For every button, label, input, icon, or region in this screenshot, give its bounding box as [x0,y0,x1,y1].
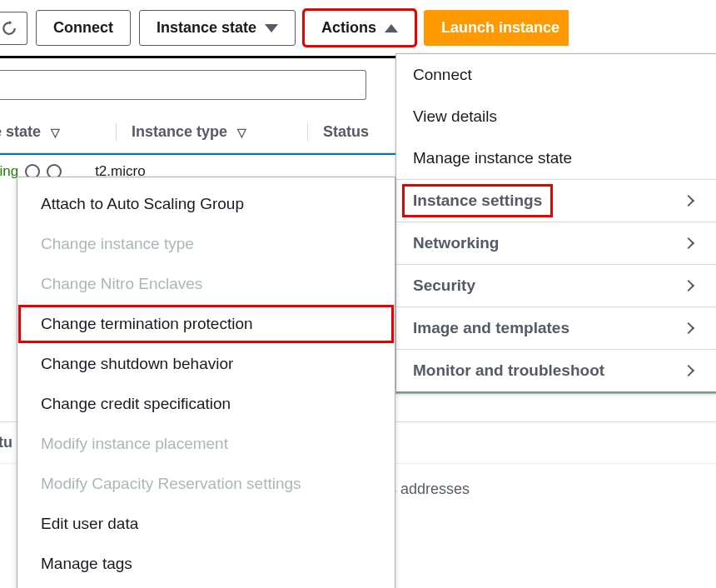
column-label: Status [323,123,369,141]
chevron-right-icon [683,322,694,334]
sub-item-manage-tags[interactable]: Manage tags [17,544,395,584]
sub-item-change-shutdown[interactable]: Change shutdown behavior [17,344,395,384]
column-status[interactable]: Status [308,123,400,141]
menu-label: View details [413,107,497,126]
instance-state-button[interactable]: Instance state [139,10,296,46]
menu-item-image-templates[interactable]: Image and templates [396,306,716,349]
menu-label: Monitor and troubleshoot [413,361,604,380]
menu-item-networking[interactable]: Networking [396,222,716,264]
column-label: Instance type [132,123,227,141]
detail-tab-fragment: tu [0,434,12,451]
menu-label: Image and templates [413,319,569,337]
column-instance-type[interactable]: Instance type ▽ [117,123,308,141]
actions-button[interactable]: Actions [304,10,415,46]
column-instance-state[interactable]: e state ▽ [0,123,117,141]
launch-instance-button[interactable]: Launch instance [424,10,569,46]
chevron-right-icon [683,195,694,207]
chevron-right-icon [683,280,694,292]
column-label: e state [0,123,41,141]
menu-item-manage-state[interactable]: Manage instance state [396,137,716,179]
chevron-right-icon [683,237,694,249]
sub-item-modify-capacity: Modify Capacity Reservation settings [17,464,395,504]
menu-label: Connect [413,66,472,84]
sort-icon: ▽ [51,126,60,139]
sub-item-edit-userdata[interactable]: Edit user data [17,504,395,544]
instance-settings-submenu: Attach to Auto Scaling Group Change inst… [17,177,395,588]
menu-item-instance-settings[interactable]: Instance settings [396,179,716,222]
refresh-button[interactable] [0,12,27,45]
sub-item-attach-asg[interactable]: Attach to Auto Scaling Group [17,184,395,224]
launch-instance-label: Launch instance [441,19,559,37]
chevron-right-icon [683,365,694,376]
sub-item-change-nitro: Change Nitro Enclaves [17,264,395,304]
menu-label: Manage instance state [413,149,572,167]
menu-label: Networking [413,234,499,252]
private-ipv4-label: te IPv4 addresses [350,481,716,498]
menu-item-monitor[interactable]: Monitor and troubleshoot [396,349,716,393]
connect-button[interactable]: Connect [36,10,131,46]
instance-state-value: ning [0,163,18,180]
sub-item-modify-placement: Modify instance placement [17,424,395,464]
toolbar: Connect Instance state Actions Launch in… [0,0,716,58]
menu-label: Instance settings [405,187,550,215]
actions-label: Actions [321,19,376,37]
actions-menu: Connect View details Manage instance sta… [395,53,716,394]
sort-icon: ▽ [237,126,246,139]
connect-label: Connect [53,19,113,37]
instance-state-label: Instance state [157,19,256,37]
sub-item-change-type: Change instance type [17,224,395,264]
menu-item-connect[interactable]: Connect [396,54,716,96]
menu-item-view-details[interactable]: View details [396,96,716,137]
chevron-down-icon [265,24,278,32]
sub-item-change-credit[interactable]: Change credit specification [17,384,395,424]
menu-item-security[interactable]: Security [396,264,716,306]
search-input[interactable] [0,70,366,100]
sub-item-change-termination[interactable]: Change termination protection [17,304,395,344]
menu-label: Security [413,277,475,295]
refresh-icon [2,21,17,36]
chevron-up-icon [385,24,398,32]
